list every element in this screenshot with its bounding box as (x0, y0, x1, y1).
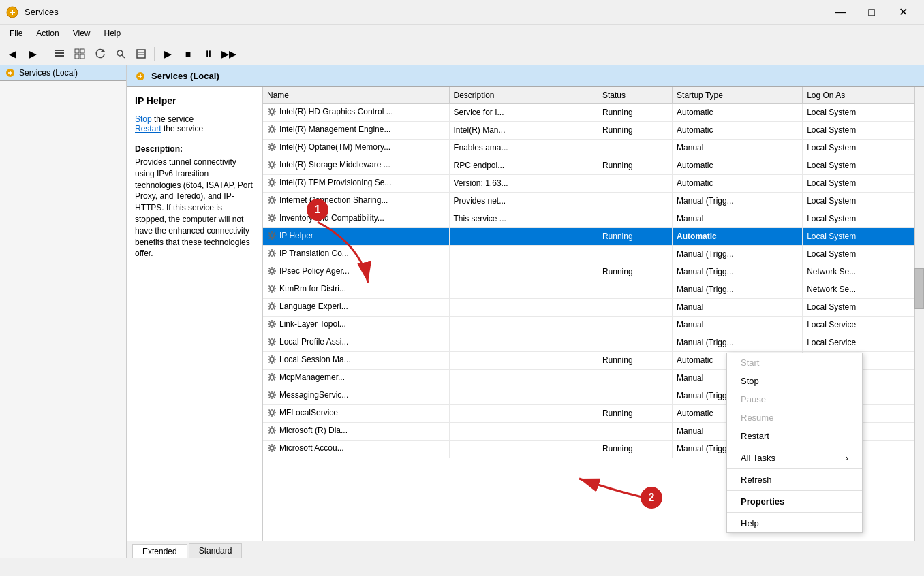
menu-bar: File Action View Help (0, 25, 924, 42)
service-status (598, 139, 672, 157)
maximize-button[interactable]: □ (856, 0, 887, 25)
toolbar-pause[interactable]: ⏸ (199, 45, 218, 63)
service-status (598, 174, 672, 192)
service-name: IPsec Policy Ager... (263, 263, 449, 281)
service-status (598, 422, 672, 440)
gear-icon (267, 107, 277, 116)
toolbar: ◀ ▶ ▶ ■ ⏸ ▶▶ (0, 42, 924, 65)
close-button[interactable]: ✕ (887, 0, 919, 25)
main-area: Services (Local) Services (Local) IP Hel… (0, 65, 924, 558)
col-header-status[interactable]: Status (598, 87, 672, 103)
col-header-logon[interactable]: Log On As (803, 87, 914, 103)
menu-file[interactable]: File (3, 27, 29, 39)
minimize-button[interactable]: — (825, 0, 856, 25)
table-row[interactable]: Intel(R) Optane(TM) Memory... Enables am… (263, 139, 914, 157)
table-row[interactable]: Link-Layer Topol... ManualLocal Service (263, 316, 914, 334)
toolbar-properties[interactable] (132, 45, 151, 63)
gear-icon (267, 249, 277, 258)
service-startup: Automatic (673, 174, 803, 192)
service-name: Microsoft Accou... (263, 440, 449, 458)
svg-point-22 (270, 216, 274, 220)
service-desc (449, 263, 598, 281)
svg-rect-5 (80, 49, 84, 53)
col-header-desc[interactable]: Description (449, 87, 598, 103)
menu-action[interactable]: Action (29, 27, 65, 39)
tab-standard[interactable]: Standard (189, 543, 243, 558)
tab-extended[interactable]: Extended (132, 544, 187, 558)
service-desc (449, 369, 598, 387)
stop-link[interactable]: Stop (135, 114, 152, 124)
bottom-tabs: Extended Standard (127, 541, 924, 558)
col-header-name[interactable]: Name (263, 87, 449, 103)
app-icon (5, 5, 19, 19)
svg-rect-1 (55, 50, 64, 51)
scrollbar-thumb[interactable] (914, 268, 924, 309)
toolbar-show-hide[interactable] (50, 45, 69, 63)
table-row[interactable]: Intel(R) TPM Provisioning Se... Version:… (263, 174, 914, 192)
gear-icon (267, 302, 277, 311)
context-menu-item-help[interactable]: Help (727, 514, 862, 532)
service-logon: Local System (803, 139, 914, 157)
menu-help[interactable]: Help (97, 27, 128, 39)
service-status: Running (598, 227, 672, 245)
svg-point-29 (270, 340, 274, 344)
toolbar-view2[interactable] (70, 45, 89, 63)
service-startup: Manual (Trigg... (673, 281, 803, 298)
table-row[interactable]: IPsec Policy Ager... RunningManual (Trig… (263, 263, 914, 281)
service-status: Running (598, 351, 672, 369)
toolbar-back[interactable]: ◀ (3, 45, 22, 63)
col-header-startup[interactable]: Startup Type (673, 87, 803, 103)
toolbar-search[interactable] (111, 45, 130, 63)
stop-text: the service (154, 114, 194, 124)
table-row[interactable]: IP Helper RunningAutomaticLocal System (263, 227, 914, 245)
table-row[interactable]: Language Experi... ManualLocal System (263, 298, 914, 316)
service-desc (449, 440, 598, 458)
service-startup: Automatic (673, 157, 803, 174)
toolbar-forward[interactable]: ▶ (23, 45, 42, 63)
context-menu-item-stop[interactable]: Stop (727, 372, 862, 390)
context-menu-item-all-tasks[interactable]: All Tasks› (727, 449, 862, 467)
svg-point-19 (270, 163, 274, 167)
gear-icon (267, 160, 277, 170)
table-row[interactable]: Intel(R) Management Engine... Intel(R) M… (263, 121, 914, 139)
svg-point-23 (270, 234, 274, 238)
service-logon: Local System (803, 227, 914, 245)
table-row[interactable]: Local Profile Assi... Manual (Trigg...Lo… (263, 334, 914, 351)
service-name: Intel(R) Optane(TM) Memory... (263, 139, 449, 157)
svg-point-27 (270, 304, 274, 308)
context-menu-item-properties[interactable]: Properties (727, 492, 862, 511)
scrollbar-track[interactable] (914, 87, 924, 541)
toolbar-restart[interactable]: ▶▶ (219, 45, 238, 63)
svg-point-31 (270, 375, 274, 379)
table-row[interactable]: KtmRm for Distri... Manual (Trigg...Netw… (263, 281, 914, 298)
table-row[interactable]: Intel(R) Storage Middleware ... RPC endp… (263, 157, 914, 174)
detail-description: Description: Provides tunnel connectivit… (135, 144, 254, 259)
service-desc (449, 316, 598, 334)
context-menu-item-refresh[interactable]: Refresh (727, 470, 862, 489)
toolbar-refresh[interactable] (91, 45, 110, 63)
table-row[interactable]: Internet Connection Sharing... Provides … (263, 192, 914, 210)
restart-text: the service (164, 124, 203, 133)
svg-point-34 (270, 428, 274, 432)
service-logon: Local System (803, 210, 914, 227)
left-panel-header[interactable]: Services (Local) (0, 65, 126, 81)
context-menu-item-restart[interactable]: Restart (727, 427, 862, 445)
table-row[interactable]: Intel(R) HD Graphics Control ... Service… (263, 103, 914, 121)
restart-link[interactable]: Restart (135, 124, 161, 133)
context-menu-separator (727, 447, 862, 447)
svg-rect-6 (75, 54, 79, 59)
svg-point-33 (270, 411, 274, 415)
service-name: Intel(R) HD Graphics Control ... (263, 103, 449, 121)
toolbar-start[interactable]: ▶ (158, 45, 177, 63)
table-row[interactable]: IP Translation Co... Manual (Trigg...Loc… (263, 245, 914, 263)
toolbar-stop[interactable]: ■ (179, 45, 198, 63)
menu-view[interactable]: View (66, 27, 97, 39)
table-row[interactable]: Inventory and Compatibility... This serv… (263, 210, 914, 227)
service-status (598, 281, 672, 298)
gear-icon (267, 142, 277, 152)
gear-icon (267, 213, 277, 223)
service-name: Language Experi... (263, 298, 449, 316)
service-desc: RPC endpoi... (449, 157, 598, 174)
gear-icon (267, 231, 277, 240)
context-menu-item-pause: Pause (727, 390, 862, 409)
